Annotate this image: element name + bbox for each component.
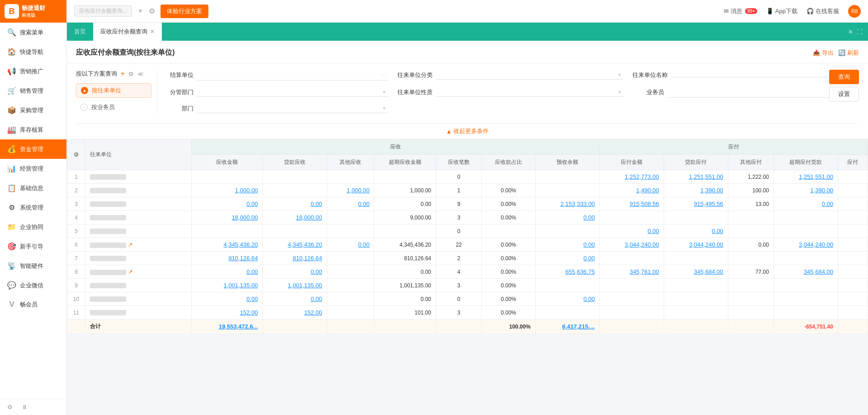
page: 应收应付余额查询(按往来单位) 📤 导出 🔄 刷新 (67, 41, 868, 334)
collab-icon: 📁 (7, 223, 16, 231)
th-settings[interactable]: ⚙ (67, 139, 85, 170)
fenguan-caret: ▼ (382, 90, 387, 95)
total-ar-overdue (374, 320, 436, 334)
table-row: 30.000.000.000.0090.00%2,153,333.00915,5… (67, 197, 868, 211)
th-ap-amount: 应付金额 (599, 155, 664, 170)
home-icon: 🏠 (7, 48, 16, 56)
export-action[interactable]: 📤 导出 (813, 49, 834, 57)
user-avatar[interactable]: Rit (848, 5, 861, 18)
th-ar-overdue: 超期应收金额 (374, 155, 436, 170)
hardware-icon: 📡 (7, 262, 16, 270)
refresh-action[interactable]: 🔄 刷新 (838, 49, 859, 57)
filter-fenguan: 分管部门 ▼ (162, 87, 388, 98)
topbar-breadcrumb: 应收应付余额查询... (74, 5, 132, 17)
nature-caret: ▼ (617, 90, 622, 95)
messages-icon-area[interactable]: ✉ 消息 99+ (724, 7, 757, 15)
filter-jiesuan-input[interactable]: ··· (197, 70, 388, 81)
marketing-icon: 📢 (7, 67, 16, 76)
tab-close-icon[interactable]: ✕ (150, 29, 155, 35)
sidebar-item-sales[interactable]: 🛒 销售管理 (0, 81, 66, 100)
sidebar-item-basicinfo[interactable]: 📋 基础信息 (0, 178, 66, 198)
salesperson-dot: ○ (80, 104, 88, 111)
table-settings-icon: ⚙ (74, 151, 79, 158)
filter-partner-nature-input[interactable]: ▼ (436, 88, 624, 97)
sidebar-item-hardware[interactable]: 📡 智能硬件 (0, 256, 66, 276)
total-ar-prepay: 6,417,215.... (535, 320, 599, 334)
total-ar-count (436, 320, 481, 334)
sidebar-item-marketing[interactable]: 📢 营销推广 (0, 62, 66, 81)
settings-topbar-icon[interactable]: ⚙ (149, 7, 155, 15)
sidebar-item-quicknav[interactable]: 🏠 快捷导航 (0, 42, 66, 62)
filter-area: 按以下方案查询 + ⚙ ≪ ● 按往来单位 ○ 按业务员 (67, 63, 868, 139)
logo-icon: B (5, 4, 19, 19)
method-by-salesperson[interactable]: ○ 按业务员 (76, 100, 151, 114)
total-ar-ratio: 100.00% (481, 320, 535, 334)
data-table: ⚙ 往来单位 应收 应付 应收金额 贷款应收 其他应收 超期应收金额 应收笔数 … (67, 139, 868, 334)
add-filter-icon[interactable]: + (121, 70, 125, 78)
total-ar-loan (263, 320, 327, 334)
filter-fenguan-input[interactable]: ▼ (197, 88, 388, 97)
th-ap-overdue: 超期应付货款 (774, 155, 838, 170)
wechat-icon: 💬 (7, 281, 16, 290)
sidebar-item-finance[interactable]: 💰 资金管理 (0, 139, 66, 159)
sidebar-item-purchase[interactable]: 📦 采购管理 (0, 100, 66, 120)
th-group-ap: 应付 (599, 139, 868, 155)
online-support-link[interactable]: 🎧 在线客服 (807, 7, 839, 15)
sales-icon: 🛒 (7, 86, 16, 95)
filter-partner-name: 往来单位名称 (632, 70, 859, 81)
export-icon: 📤 (813, 49, 820, 56)
method-by-partner[interactable]: ● 按往来单位 (76, 83, 151, 98)
tab-arbalance[interactable]: 应收应付余额查询 ✕ (93, 23, 162, 41)
sidebar-item-search[interactable]: 🔍 搜索菜单 (0, 23, 66, 42)
table-row: 6↗4,345,436.204,345,436.200.004,345,436.… (67, 238, 868, 252)
th-ar-amount: 应收金额 (191, 155, 263, 170)
try-industry-button[interactable]: 体验行业方案 (160, 5, 208, 18)
sidebar-item-collab[interactable]: 📁 企业协同 (0, 217, 66, 237)
filter-partner-cat-input[interactable]: ▼ (436, 71, 624, 80)
table-row: 8↗0.000.000.0040.00%655,636.75345,761.00… (67, 265, 868, 279)
filter-partner-cat: 往来单位分类 ▼ (397, 70, 624, 81)
app-download-link[interactable]: 📱 App下载 (766, 7, 797, 15)
page-actions: 📤 导出 🔄 刷新 (813, 49, 859, 57)
newbie-icon: 🎯 (7, 242, 16, 251)
th-ap2: 应付 (838, 155, 868, 170)
total-row: 合计 19,553,472.6... 100.00% 6,417,215.... (67, 320, 868, 334)
set-button[interactable]: 设置 (829, 87, 859, 101)
filter-settings-icon[interactable]: ⚙ (128, 71, 134, 77)
sidebar-item-inventory[interactable]: 🏭 库存核算 (0, 120, 66, 139)
total-ar-other (327, 320, 374, 334)
query-button[interactable]: 查询 (829, 70, 859, 84)
topbar: 应收应付余额查询... ▼ ⚙ 体验行业方案 ✉ 消息 99+ 📱 App下载 … (67, 0, 868, 23)
breadcrumb-arrow: ▼ (137, 8, 143, 14)
filter-collapse-icon[interactable]: ≪ (137, 71, 144, 77)
tab-close-all-icon[interactable]: ✕ (848, 29, 853, 35)
sidebar-item-newbie[interactable]: 🎯 新手引导 (0, 237, 66, 256)
total-label: 合计 (85, 320, 192, 334)
total-ap-loan (664, 320, 728, 334)
collapse-sidebar-icon[interactable]: ⏸ (22, 404, 28, 410)
settings-bottom-icon[interactable]: ⚙ (7, 404, 13, 410)
filter-partner-nature: 往来单位性质 ▼ (397, 87, 624, 98)
filter-jiesuan: 结算单位 ··· (162, 70, 388, 81)
headset-icon: 🎧 (807, 8, 814, 14)
sidebar-item-system[interactable]: ⚙ 系统管理 (0, 198, 66, 217)
sidebar-bottom: ⚙ ⏸ (0, 399, 66, 415)
sidebar-item-wechat[interactable]: 💬 企业微信 (0, 276, 66, 295)
page-title: 应收应付余额查询(按往来单位) (76, 48, 175, 57)
tab-home[interactable]: 首页 (67, 23, 93, 41)
search-icon: 🔍 (7, 28, 16, 37)
th-ar-other: 其他应收 (327, 155, 374, 170)
total-label-cell (67, 320, 85, 334)
th-ar-prepay: 预收余额 (535, 155, 599, 170)
total-ap (599, 320, 664, 334)
sidebar-item-member[interactable]: V 畅会员 (0, 295, 66, 314)
th-ap-other: 其他应付 (728, 155, 774, 170)
total-ap-overdue: -654,751.40 (774, 320, 838, 334)
filter-label: 按以下方案查询 (76, 70, 117, 78)
logo: B 畅捷通财 标准版 (0, 0, 66, 23)
tabbar-controls: ✕ ⛶ (848, 29, 868, 35)
tab-expand-icon[interactable]: ⛶ (857, 29, 863, 35)
filter-dept-input[interactable]: ▼ (197, 104, 388, 113)
sidebar-item-operation[interactable]: 📊 经营管理 (0, 159, 66, 178)
collapse-more-conditions[interactable]: ▲ 收起更多条件 (76, 123, 859, 139)
